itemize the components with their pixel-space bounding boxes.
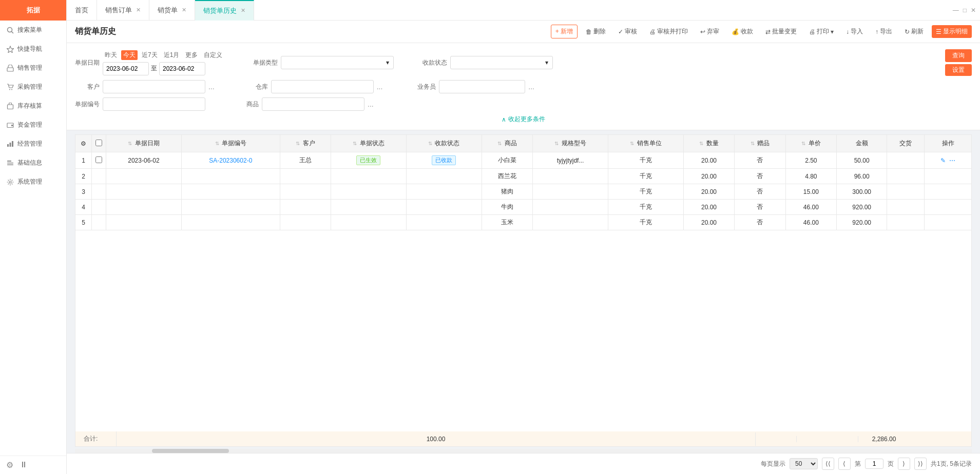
first-page-btn[interactable]: ⟨⟨ (822, 458, 834, 470)
th-settings[interactable]: ⚙ (75, 135, 92, 152)
th-sales-unit[interactable]: ⇅ 销售单位 (608, 135, 683, 152)
abandon-icon: ↩ (700, 28, 705, 35)
th-gift[interactable]: ⇅ 赠品 (735, 135, 785, 152)
salesperson-input[interactable] (439, 80, 525, 93)
window-minimize-btn[interactable]: — (953, 7, 959, 14)
date-end-input[interactable] (159, 62, 205, 75)
table-empty-space (75, 230, 972, 431)
date-tab-1month[interactable]: 近1月 (162, 50, 182, 60)
th-quantity[interactable]: ⇅ 数量 (683, 135, 734, 152)
show-detail-btn[interactable]: ☰ 显示明细 (932, 25, 972, 38)
svg-rect-10 (10, 143, 11, 147)
svg-marker-2 (7, 46, 13, 53)
review-print-btn[interactable]: 🖨 审核并打印 (645, 25, 692, 38)
edit-action-btn[interactable]: ✎ (940, 157, 946, 164)
sidebar-item-quick-nav[interactable]: 快捷导航 (0, 40, 66, 58)
horizontal-scrollbar[interactable] (75, 449, 972, 453)
window-maximize-btn[interactable]: □ (963, 7, 967, 14)
warehouse-label: 仓库 (243, 83, 268, 91)
th-payment-status[interactable]: ⇅ 收款状态 (406, 135, 482, 152)
tab-sales-goods-close[interactable]: ✕ (182, 7, 186, 13)
payment-status-label: 收款状态 (422, 58, 447, 67)
window-close-btn[interactable]: ✕ (971, 7, 976, 14)
row-seq: 5 (75, 215, 92, 230)
pause-footer-icon[interactable]: ⏸ (20, 460, 28, 470)
select-all-checkbox[interactable] (95, 140, 102, 146)
filter-settings-btn[interactable]: 设置 (945, 64, 972, 76)
next-page-btn[interactable]: ⟩ (898, 458, 910, 470)
date-tab-yesterday[interactable]: 昨天 (103, 50, 119, 60)
goods-input[interactable] (262, 97, 364, 111)
tab-sales-order[interactable]: 销售订单 ✕ (97, 0, 149, 21)
tab-home[interactable]: 首页 (67, 0, 97, 21)
row-checkbox[interactable] (92, 152, 106, 169)
date-tab-custom[interactable]: 自定义 (202, 50, 224, 60)
sidebar-item-sys-mgmt[interactable]: 系统管理 (0, 172, 66, 191)
tab-sales-history[interactable]: 销货单历史 ✕ (195, 0, 254, 21)
sidebar-item-sales-mgmt[interactable]: 销售管理 (0, 58, 66, 77)
sidebar-item-purchase-mgmt[interactable]: 采购管理 (0, 77, 66, 96)
last-page-btn[interactable]: ⟩⟩ (914, 458, 927, 470)
more-action-btn[interactable]: ⋯ (949, 157, 955, 164)
th-customer[interactable]: ⇅ 客户 (280, 135, 331, 152)
customer-dots[interactable]: ... (208, 83, 215, 91)
new-btn[interactable]: + 新增 (551, 25, 578, 38)
th-order-no[interactable]: ⇅ 单据编号 (181, 135, 280, 152)
sidebar-item-sales-mgmt-label: 销售管理 (17, 64, 42, 72)
per-page-select[interactable]: 50 100 200 (790, 458, 818, 469)
th-spec-type[interactable]: ⇅ 规格型号 (533, 135, 608, 152)
order-no-link[interactable]: SA-20230602-0 (209, 157, 252, 164)
sidebar-item-search-menu[interactable]: 搜索菜单 (0, 21, 66, 40)
pagination: 每页显示 50 100 200 ⟨⟨ ⟨ 第 页 ⟩ ⟩⟩ 共1页, 5条记录 (67, 453, 980, 474)
th-actions: 操作 (925, 135, 972, 152)
sidebar-item-ops-mgmt[interactable]: 经营管理 (0, 134, 66, 153)
date-start-input[interactable] (103, 62, 149, 75)
abandon-btn[interactable]: ↩ 弃审 (696, 25, 723, 38)
delete-btn[interactable]: 🗑 删除 (582, 25, 610, 38)
sidebar-item-basic-info[interactable]: 基础信息 (0, 153, 66, 172)
prev-page-btn[interactable]: ⟨ (838, 458, 851, 470)
import-btn[interactable]: ↓ 导入 (842, 25, 867, 38)
customer-input[interactable] (103, 80, 205, 93)
collect-btn[interactable]: 💰 收款 (727, 25, 757, 38)
row-date: 2023-06-02 (106, 152, 182, 169)
date-tab-more[interactable]: 更多 (183, 50, 200, 60)
filter-customer: 客户 ... (75, 80, 215, 93)
query-btn[interactable]: 查询 (945, 49, 972, 62)
goods-dots[interactable]: ... (368, 100, 374, 108)
refresh-btn[interactable]: ↻ 刷新 (900, 25, 928, 38)
sidebar-item-inventory-calc[interactable]: 库存核算 (0, 96, 66, 115)
review-btn[interactable]: ✓ 审核 (614, 25, 641, 38)
order-no-input[interactable] (103, 97, 205, 111)
payment-status-select[interactable]: ▾ (450, 56, 553, 69)
svg-rect-3 (7, 68, 13, 71)
page-number-input[interactable] (865, 459, 883, 469)
svg-rect-12 (7, 161, 11, 162)
sidebar-item-purchase-mgmt-label: 采购管理 (17, 83, 42, 91)
main-area: 首页 销售订单 ✕ 销货单 ✕ 销货单历史 ✕ — □ ✕ 销货单历史 + 新增 (67, 0, 980, 474)
collapse-filter-btn[interactable]: ∧ 收起更多条件 (75, 115, 972, 124)
type-select[interactable]: ▾ (281, 56, 394, 69)
warehouse-dots[interactable]: ... (377, 83, 383, 91)
export-btn[interactable]: ↑ 导出 (871, 25, 896, 38)
th-unit-price[interactable]: ⇅ 单价 (785, 135, 836, 152)
batch-change-btn[interactable]: ⇄ 批量变更 (761, 25, 801, 38)
filter-row-3: 单据编号 商品 ... (75, 97, 972, 111)
warehouse-input[interactable] (271, 80, 374, 93)
th-checkbox[interactable] (92, 135, 106, 152)
settings-footer-icon[interactable]: ⚙ (6, 460, 13, 470)
print-btn[interactable]: 🖨 打印 ▾ (805, 25, 838, 38)
scrollbar-thumb[interactable] (152, 449, 229, 453)
summary-amount-value: 2,286.00 (858, 432, 910, 446)
th-date[interactable]: ⇅ 单据日期 (106, 135, 182, 152)
date-tab-7days[interactable]: 近7天 (140, 50, 160, 60)
salesperson-dots[interactable]: ... (528, 83, 534, 91)
date-tab-today[interactable]: 今天 (121, 50, 138, 60)
tab-sales-order-close[interactable]: ✕ (136, 7, 141, 13)
table-settings-icon[interactable]: ⚙ (81, 140, 86, 147)
th-goods[interactable]: ⇅ 商品 (482, 135, 532, 152)
tab-sales-goods[interactable]: 销货单 ✕ (149, 0, 195, 21)
tab-sales-history-close[interactable]: ✕ (241, 7, 245, 14)
th-order-status[interactable]: ⇅ 单据状态 (331, 135, 407, 152)
sidebar-item-fund-mgmt[interactable]: 资金管理 (0, 115, 66, 134)
